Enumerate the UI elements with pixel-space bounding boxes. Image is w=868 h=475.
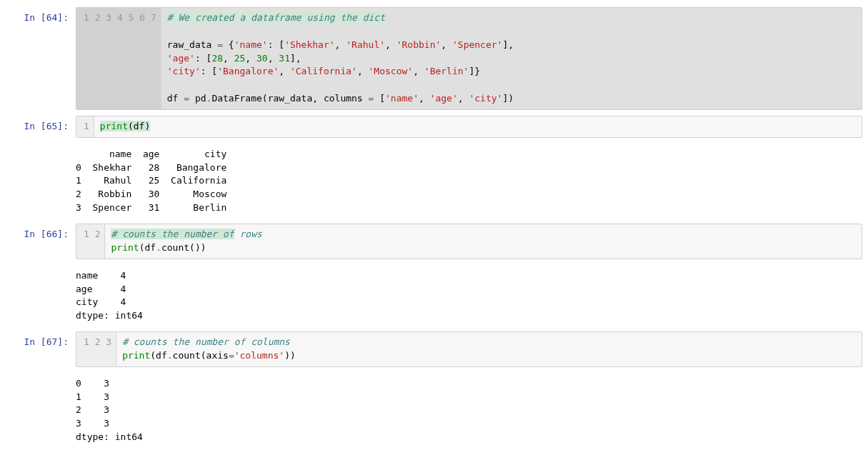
prompt-container bbox=[6, 373, 76, 447]
cell-content: name age city 0 Shekhar 28 Bangalore 1 R… bbox=[76, 144, 862, 218]
code-cell: In [67]:1 2 3# counts the number of colu… bbox=[6, 331, 862, 367]
output-text: 0 3 1 3 2 3 3 3 dtype: int64 bbox=[76, 373, 862, 447]
output-text: name 4 age 4 city 4 dtype: int64 bbox=[76, 265, 862, 326]
prompt-container bbox=[6, 265, 76, 326]
code-text[interactable]: # counts the number of columns print(df.… bbox=[116, 332, 862, 366]
cell-content: 0 3 1 3 2 3 3 3 dtype: int64 bbox=[76, 373, 862, 447]
cell-content: 1 2 3 4 5 6 7# We created a dataframe us… bbox=[76, 7, 862, 110]
code-text[interactable]: # counts the number of rows print(df.cou… bbox=[105, 224, 862, 259]
code-cell: In [66]:1 2# counts the number of rows p… bbox=[6, 224, 862, 259]
prompt-container bbox=[6, 144, 76, 218]
input-prompt: In [65]: bbox=[24, 121, 69, 131]
output-cell: name age city 0 Shekhar 28 Bangalore 1 R… bbox=[6, 144, 862, 218]
prompt-container: In [66]: bbox=[6, 224, 76, 259]
input-prompt: In [64]: bbox=[24, 12, 69, 23]
code-editor[interactable]: 1 2 3 4 5 6 7# We created a dataframe us… bbox=[76, 7, 862, 110]
line-number-gutter: 1 2 bbox=[76, 224, 105, 259]
input-prompt: In [67]: bbox=[24, 336, 69, 347]
code-cell: In [65]:1print(df) bbox=[6, 116, 862, 138]
cell-content: name 4 age 4 city 4 dtype: int64 bbox=[76, 265, 862, 326]
line-number-gutter: 1 2 3 4 5 6 7 bbox=[76, 8, 161, 109]
line-number-gutter: 1 2 3 bbox=[76, 332, 116, 366]
cell-content: 1 2 3# counts the number of columns prin… bbox=[76, 331, 862, 367]
output-cell: 0 3 1 3 2 3 3 3 dtype: int64 bbox=[6, 373, 862, 447]
output-text: name age city 0 Shekhar 28 Bangalore 1 R… bbox=[76, 144, 862, 218]
code-editor[interactable]: 1print(df) bbox=[76, 116, 862, 138]
line-number-gutter: 1 bbox=[76, 116, 94, 137]
code-text[interactable]: print(df) bbox=[94, 116, 862, 137]
prompt-container: In [65]: bbox=[6, 116, 76, 138]
code-editor[interactable]: 1 2 3# counts the number of columns prin… bbox=[76, 331, 862, 367]
prompt-container: In [67]: bbox=[6, 331, 76, 367]
cell-content: 1 2# counts the number of rows print(df.… bbox=[76, 224, 862, 259]
prompt-container: In [64]: bbox=[6, 7, 76, 110]
notebook-container: In [64]:1 2 3 4 5 6 7# We created a data… bbox=[6, 7, 862, 447]
output-cell: name 4 age 4 city 4 dtype: int64 bbox=[6, 265, 862, 326]
code-editor[interactable]: 1 2# counts the number of rows print(df.… bbox=[76, 224, 862, 259]
code-text[interactable]: # We created a dataframe using the dict … bbox=[161, 8, 862, 109]
input-prompt: In [66]: bbox=[24, 229, 69, 239]
code-cell: In [64]:1 2 3 4 5 6 7# We created a data… bbox=[6, 7, 862, 110]
cell-content: 1print(df) bbox=[76, 116, 862, 138]
